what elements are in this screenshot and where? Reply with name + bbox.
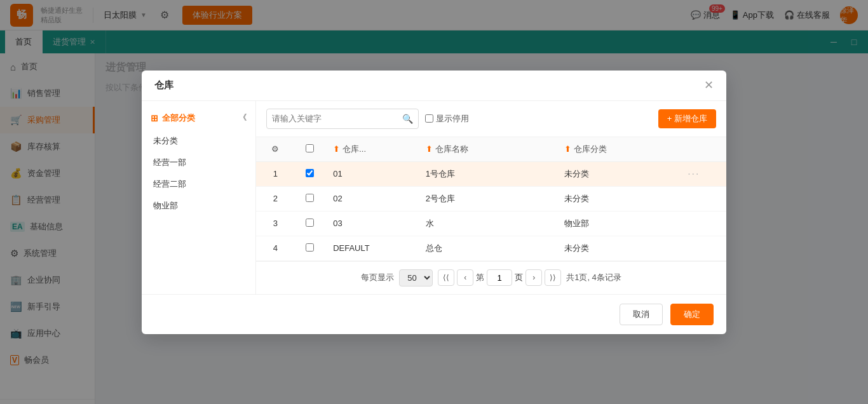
cell-code: 01 (325, 161, 418, 186)
cell-index: 2 (256, 186, 295, 211)
cancel-button[interactable]: 取消 (620, 304, 663, 325)
first-page-btn[interactable]: ⟨⟨ (438, 269, 454, 286)
th-checkbox (295, 137, 326, 162)
th-category[interactable]: ⬆ 仓库分类 (557, 137, 680, 162)
table-row[interactable]: 3 03 水 物业部 (256, 211, 726, 236)
category-item-2[interactable]: 经营二部 (142, 173, 255, 195)
select-all-checkbox[interactable] (306, 144, 314, 152)
table-body: 1 01 1号仓库 未分类 ··· 2 02 2号仓库 未分类 3 03 水 物… (256, 161, 726, 260)
cell-checkbox[interactable] (295, 236, 326, 260)
category-item-1[interactable]: 经营一部 (142, 152, 255, 173)
cell-name: 总仓 (418, 236, 557, 260)
last-page-btn[interactable]: ⟩⟩ (545, 269, 561, 286)
category-header: ⊞ 全部分类 《 (142, 109, 255, 130)
per-page-select[interactable]: 50 (399, 269, 433, 286)
row-actions-menu[interactable]: ··· (688, 168, 700, 179)
category-item-0[interactable]: 未分类 (142, 130, 255, 152)
pagination: 每页显示 50 ⟨⟨ ‹ 第 页 › ⟩⟩ 共1页, 4条记录 (256, 261, 726, 294)
show-disabled-label: 显示停用 (436, 113, 469, 125)
th-settings[interactable]: ⚙ (256, 137, 295, 162)
cell-checkbox[interactable] (295, 161, 326, 186)
cell-checkbox[interactable] (295, 186, 326, 211)
cell-actions[interactable] (680, 211, 726, 236)
th-actions (680, 137, 726, 162)
modal-header: 仓库 ✕ (142, 71, 726, 101)
cell-code: 02 (325, 186, 418, 211)
cell-actions[interactable]: ··· (680, 161, 726, 186)
cell-name: 水 (418, 211, 557, 236)
confirm-button[interactable]: 确定 (670, 304, 714, 325)
table-header-row: ⚙ ⬆ 仓库... (256, 137, 726, 162)
cell-index: 4 (256, 236, 295, 260)
th-name[interactable]: ⬆ 仓库名称 (418, 137, 557, 162)
show-disabled-checkbox[interactable] (425, 114, 433, 123)
table-row[interactable]: 4 DEFAULT 总仓 未分类 (256, 236, 726, 260)
table-row[interactable]: 2 02 2号仓库 未分类 (256, 186, 726, 211)
collapse-panel-icon[interactable]: 《 (239, 112, 247, 123)
modal-title: 仓库 (154, 79, 173, 91)
grid-icon: ⊞ (151, 113, 158, 123)
warehouse-table: ⚙ ⬆ 仓库... (256, 137, 726, 261)
page-unit: 页 (515, 272, 523, 283)
table-row[interactable]: 1 01 1号仓库 未分类 ··· (256, 161, 726, 186)
table-panel: 🔍 显示停用 + 新增仓库 ⚙ (256, 101, 726, 294)
search-box: 🔍 (266, 109, 419, 129)
cell-category: 未分类 (557, 161, 680, 186)
cell-category: 未分类 (557, 186, 680, 211)
add-warehouse-button[interactable]: + 新增仓库 (658, 109, 716, 128)
table-toolbar: 🔍 显示停用 + 新增仓库 (256, 101, 726, 137)
cell-category: 未分类 (557, 236, 680, 260)
category-header-label: 全部分类 (162, 112, 195, 124)
cell-name: 2号仓库 (418, 186, 557, 211)
name-sort-icon: ⬆ (426, 144, 433, 154)
cell-index: 1 (256, 161, 295, 186)
category-sort-icon: ⬆ (564, 144, 571, 154)
sort-icon: ⬆ (333, 144, 340, 154)
cell-actions[interactable] (680, 236, 726, 260)
search-icon[interactable]: 🔍 (402, 114, 413, 124)
modal-overlay: 仓库 ✕ ⊞ 全部分类 《 未分类 经营一部 (0, 0, 868, 404)
category-panel: ⊞ 全部分类 《 未分类 经营一部 经营二部 物业部 (142, 101, 256, 294)
cell-code: DEFAULT (325, 236, 418, 260)
cell-checkbox[interactable] (295, 211, 326, 236)
per-page-label: 每页显示 (361, 272, 394, 283)
category-item-3[interactable]: 物业部 (142, 195, 255, 217)
cell-category: 物业部 (557, 211, 680, 236)
modal-body: ⊞ 全部分类 《 未分类 经营一部 经营二部 物业部 (142, 101, 726, 294)
cell-name: 1号仓库 (418, 161, 557, 186)
page-label: 第 (476, 272, 484, 283)
modal-close-button[interactable]: ✕ (704, 79, 714, 91)
show-disabled-toggle: 显示停用 (425, 113, 469, 125)
search-input[interactable] (272, 114, 402, 123)
next-page-btn[interactable]: › (526, 269, 542, 286)
cell-actions[interactable] (680, 186, 726, 211)
warehouse-modal: 仓库 ✕ ⊞ 全部分类 《 未分类 经营一部 (142, 71, 726, 334)
modal-footer: 取消 确定 (142, 294, 726, 334)
page-nav: ⟨⟨ ‹ 第 页 › ⟩⟩ (438, 269, 561, 286)
total-info: 共1页, 4条记录 (566, 272, 621, 283)
page-input[interactable] (487, 269, 512, 286)
cell-code: 03 (325, 211, 418, 236)
warehouse-table-wrapper: ⚙ ⬆ 仓库... (256, 137, 726, 261)
prev-page-btn[interactable]: ‹ (457, 269, 473, 286)
cell-index: 3 (256, 211, 295, 236)
th-code[interactable]: ⬆ 仓库... (325, 137, 418, 162)
